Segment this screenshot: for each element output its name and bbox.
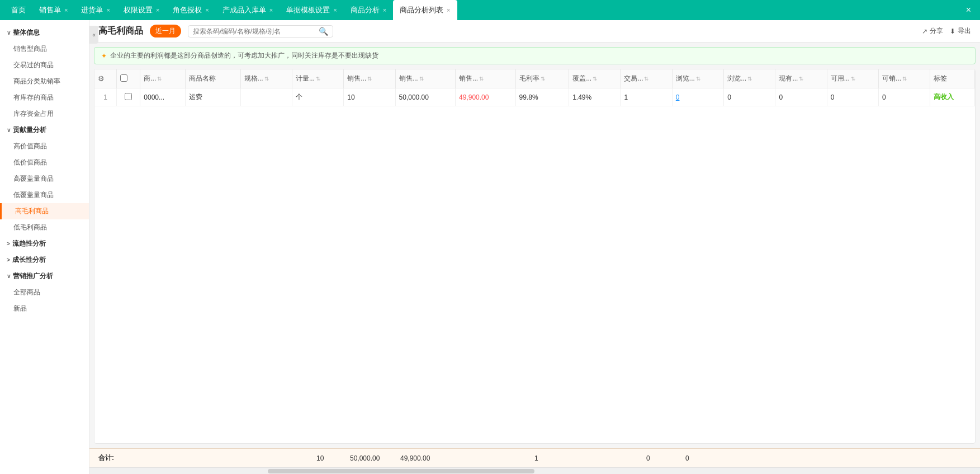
sort-indicator-saleAmount[interactable]: ⇅ <box>419 76 424 82</box>
scrollbar-thumb[interactable] <box>268 469 535 473</box>
col-header-name[interactable]: 商品名称 <box>185 69 240 88</box>
col-header-unit[interactable]: 计量...⇅ <box>292 69 343 88</box>
sort-indicator-unit[interactable]: ⇅ <box>316 76 320 82</box>
col-header-available[interactable]: 可用...⇅ <box>827 69 878 88</box>
nav-item-产成品入库单[interactable]: 产成品入库单× <box>216 0 280 20</box>
col-header-saleQty[interactable]: 销售...⇅ <box>344 69 395 88</box>
sidebar-section-营销推广分析[interactable]: ∨营销推广分析 <box>0 268 89 284</box>
nav-close-角色授权[interactable]: × <box>205 7 209 13</box>
nav-item-商品分析[interactable]: 商品分析× <box>344 0 393 20</box>
sidebar-item-低价值商品[interactable]: 低价值商品 <box>0 154 89 171</box>
col-header-gear[interactable]: ⚙ <box>94 69 117 88</box>
sidebar-item-新品[interactable]: 新品 <box>0 301 89 317</box>
sidebar-item-销售型商品[interactable]: 销售型商品 <box>0 41 89 57</box>
col-header-tag[interactable]: 标签 <box>930 69 975 88</box>
row-checkbox[interactable] <box>125 93 132 100</box>
sidebar-item-高价值商品[interactable]: 高价值商品 <box>0 138 89 154</box>
col-header-code[interactable]: 商...⇅ <box>140 69 186 88</box>
sidebar-item-高覆盖量商品[interactable]: 高覆盖量商品 <box>0 171 89 187</box>
nav-close-权限设置[interactable]: × <box>156 7 159 13</box>
cell-checkbox[interactable] <box>117 88 140 106</box>
sort-indicator-available[interactable]: ⇅ <box>851 76 855 82</box>
sort-indicator-browse1[interactable]: ⇅ <box>696 76 700 82</box>
sidebar-section-贡献量分析[interactable]: ∨贡献量分析 <box>0 122 89 138</box>
section-arrow: > <box>7 241 10 247</box>
cell-sellable: 0 <box>879 88 930 106</box>
nav-close-进货单[interactable]: × <box>106 7 110 13</box>
cell-coverage: 1.49% <box>569 88 621 106</box>
sidebar: ∨整体信息销售型商品交易过的商品商品分类助销率有库存的商品库存资金占用∨贡献量分… <box>0 20 89 474</box>
main-area: ∨整体信息销售型商品交易过的商品商品分类助销率有库存的商品库存资金占用∨贡献量分… <box>0 20 980 474</box>
nav-item-商品分析列表[interactable]: 商品分析列表× <box>393 0 457 20</box>
sort-indicator-saleQty[interactable]: ⇅ <box>367 76 372 82</box>
nav-item-权限设置[interactable]: 权限设置× <box>117 0 166 20</box>
footer-cell-8 <box>604 454 643 462</box>
section-arrow: ∨ <box>7 273 11 279</box>
sidebar-item-商品分类助销率[interactable]: 商品分类助销率 <box>0 73 89 90</box>
sort-indicator-code[interactable]: ⇅ <box>157 76 162 82</box>
col-header-checkbox[interactable] <box>117 69 140 88</box>
sort-indicator-grossRate[interactable]: ⇅ <box>541 76 545 82</box>
sidebar-section-整体信息[interactable]: ∨整体信息 <box>0 25 89 41</box>
cell-browse1[interactable]: 0 <box>672 88 723 106</box>
sidebar-item-低毛利商品[interactable]: 低毛利商品 <box>0 219 89 236</box>
col-header-browse1[interactable]: 浏览...⇅ <box>672 69 723 88</box>
cell-num: 1 <box>94 88 117 106</box>
col-header-spec[interactable]: 规格...⇅ <box>240 69 292 88</box>
sidebar-item-低覆盖量商品[interactable]: 低覆盖量商品 <box>0 187 89 203</box>
footer-cell-5 <box>492 454 531 462</box>
footer-cell-0 <box>123 454 313 462</box>
close-all-button[interactable]: × <box>962 5 976 15</box>
footer-values: 1050,000.0049,900.00100 <box>123 454 971 462</box>
nav-close-商品分析[interactable]: × <box>383 7 386 13</box>
sort-indicator-spec[interactable]: ⇅ <box>264 76 269 82</box>
nav-item-进货单[interactable]: 进货单× <box>74 0 116 20</box>
nav-item-单据模板设置[interactable]: 单据模板设置× <box>280 0 343 20</box>
col-header-saleAmount[interactable]: 销售...⇅ <box>395 69 456 88</box>
nav-close-销售单[interactable]: × <box>64 7 68 13</box>
export-button[interactable]: ⬇ 导出 <box>950 26 971 36</box>
sidebar-item-高毛利商品[interactable]: 高毛利商品 <box>0 203 89 219</box>
sidebar-item-有库存的商品[interactable]: 有库存的商品 <box>0 90 89 106</box>
top-navigation: 首页销售单×进货单×权限设置×角色授权×产成品入库单×单据模板设置×商品分析×商… <box>0 0 980 20</box>
footer-cell-3: 49,900.00 <box>397 454 447 462</box>
nav-item-销售单[interactable]: 销售单× <box>32 0 74 20</box>
data-table: ⚙商...⇅商品名称规格...⇅计量...⇅销售...⇅销售...⇅销售...⇅… <box>94 69 975 106</box>
nav-close-产成品入库单[interactable]: × <box>269 7 273 13</box>
nav-item-首页[interactable]: 首页 <box>4 0 32 20</box>
sort-indicator-coverage[interactable]: ⇅ <box>593 76 597 82</box>
col-header-browse2[interactable]: 浏览...⇅ <box>724 69 775 88</box>
search-input[interactable] <box>193 27 319 35</box>
col-header-transaction[interactable]: 交易...⇅ <box>621 69 672 88</box>
col-header-current[interactable]: 现有...⇅ <box>775 69 827 88</box>
nav-close-商品分析列表[interactable]: × <box>447 7 450 13</box>
filter-recent-month-button[interactable]: 近一月 <box>150 25 181 37</box>
sidebar-item-交易过的商品[interactable]: 交易过的商品 <box>0 57 89 73</box>
sidebar-section-成长性分析[interactable]: >成长性分析 <box>0 252 89 268</box>
table-row: 10000...运费个1050,000.0049,900.0099.8%1.49… <box>94 88 975 106</box>
sidebar-item-库存资金占用[interactable]: 库存资金占用 <box>0 106 89 122</box>
search-icon[interactable]: 🔍 <box>319 27 328 36</box>
sidebar-item-全部商品[interactable]: 全部商品 <box>0 284 89 301</box>
sort-indicator-transaction[interactable]: ⇅ <box>644 76 648 82</box>
section-arrow: ∨ <box>7 127 11 133</box>
sort-indicator-saleProfit[interactable]: ⇅ <box>479 76 484 82</box>
col-header-grossRate[interactable]: 毛利率⇅ <box>515 69 569 88</box>
nav-item-角色授权[interactable]: 角色授权× <box>166 0 215 20</box>
col-header-coverage[interactable]: 覆盖...⇅ <box>569 69 621 88</box>
cell-spec <box>240 88 292 106</box>
cell-browse2: 0 <box>724 88 775 106</box>
sort-indicator-sellable[interactable]: ⇅ <box>902 76 907 82</box>
sort-indicator-browse2[interactable]: ⇅ <box>747 76 752 82</box>
col-header-sellable[interactable]: 可销...⇅ <box>879 69 930 88</box>
select-all-checkbox[interactable] <box>120 74 127 82</box>
nav-close-单据模板设置[interactable]: × <box>333 7 337 13</box>
gear-icon[interactable]: ⚙ <box>98 74 105 83</box>
footer-cell-9: 0 <box>643 454 682 462</box>
sidebar-section-流趋性分析[interactable]: >流趋性分析 <box>0 236 89 252</box>
share-button[interactable]: ↗ 分享 <box>922 26 943 36</box>
sort-indicator-current[interactable]: ⇅ <box>799 76 803 82</box>
horizontal-scrollbar[interactable] <box>89 467 980 474</box>
col-header-saleProfit[interactable]: 销售...⇅ <box>456 69 516 88</box>
sidebar-toggle-button[interactable]: « <box>89 26 98 44</box>
